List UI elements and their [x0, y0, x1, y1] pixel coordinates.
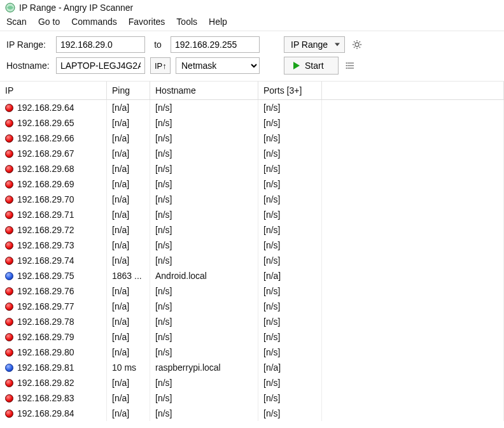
table-row[interactable]: 192.168.29.65[n/a][n/s][n/s]	[0, 115, 504, 131]
to-label: to	[150, 39, 165, 50]
cell-spacer	[322, 222, 504, 238]
table-row[interactable]: 192.168.29.73[n/a][n/s][n/s]	[0, 238, 504, 253]
status-dot-icon	[5, 165, 13, 173]
ip-cell: 192.168.29.69	[0, 176, 107, 192]
grid-body[interactable]: 192.168.29.64[n/a][n/s][n/s]192.168.29.6…	[0, 100, 504, 428]
status-dot-icon	[5, 394, 13, 403]
ip-cell: 192.168.29.79	[0, 329, 107, 345]
menu-scan[interactable]: Scan	[6, 17, 27, 27]
menu-help[interactable]: Help	[209, 17, 227, 27]
table-row[interactable]: 192.168.29.84[n/a][n/s][n/s]	[0, 406, 504, 421]
ip-up-button[interactable]: IP↑	[150, 57, 171, 74]
ip-value: 192.168.29.84	[17, 408, 74, 419]
table-row[interactable]: 192.168.29.74[n/a][n/s][n/s]	[0, 253, 504, 268]
menu-favorites[interactable]: Favorites	[129, 17, 165, 27]
netmask-combo[interactable]: Netmask	[176, 57, 260, 74]
ip-cell: 192.168.29.64	[0, 100, 107, 115]
table-row[interactable]: 192.168.29.80[n/a][n/s][n/s]	[0, 345, 504, 360]
table-row[interactable]: 192.168.29.82[n/a][n/s][n/s]	[0, 375, 504, 390]
start-button[interactable]: Start	[284, 57, 339, 75]
table-row[interactable]: 192.168.29.69[n/a][n/s][n/s]	[0, 176, 504, 192]
ip-value: 192.168.29.73	[17, 239, 74, 251]
menu-goto[interactable]: Go to	[38, 17, 60, 27]
hostname-input[interactable]	[56, 57, 145, 74]
cell-spacer	[322, 253, 504, 268]
status-dot-icon	[5, 180, 13, 189]
ports-value: [n/s]	[258, 161, 322, 176]
hostname-value: [n/s]	[150, 406, 258, 421]
hostname-label: Hostname:	[6, 61, 51, 71]
hostname-value: [n/s]	[150, 161, 258, 176]
ip-value: 192.168.29.68	[17, 163, 74, 175]
ip-value: 192.168.29.69	[17, 178, 74, 190]
table-row[interactable]: 192.168.29.68[n/a][n/s][n/s]	[0, 161, 504, 176]
table-row[interactable]: 192.168.29.77[n/a][n/s][n/s]	[0, 299, 504, 314]
hostname-value: [n/s]	[150, 253, 258, 268]
app-icon	[5, 3, 15, 13]
table-row[interactable]: 192.168.29.83[n/a][n/s][n/s]	[0, 390, 504, 406]
hostname-value: [n/s]	[150, 176, 258, 192]
ip-cell: 192.168.29.65	[0, 115, 107, 131]
ip-value: 192.168.29.64	[17, 102, 74, 113]
cell-spacer	[322, 192, 504, 207]
table-row[interactable]: 192.168.29.8110 msraspberrypi.local[n/a]	[0, 360, 504, 375]
table-row[interactable]: 192.168.29.71[n/a][n/s][n/s]	[0, 207, 504, 222]
ip-value: 192.168.29.75	[17, 270, 74, 282]
table-row[interactable]: 192.168.29.751863 ...Android.local[n/a]	[0, 268, 504, 283]
svg-point-1	[355, 43, 359, 46]
table-row[interactable]: 192.168.29.79[n/a][n/s][n/s]	[0, 329, 504, 345]
ports-value: [n/s]	[258, 207, 322, 222]
grid-header: IP Ping Hostname Ports [3+]	[0, 82, 504, 100]
col-ports[interactable]: Ports [3+]	[258, 82, 322, 99]
cell-spacer	[322, 207, 504, 222]
ip-cell: 192.168.29.75	[0, 268, 107, 283]
ip-cell: 192.168.29.76	[0, 283, 107, 299]
menu-tools[interactable]: Tools	[176, 17, 197, 27]
status-dot-icon	[5, 333, 13, 341]
ip-cell: 192.168.29.78	[0, 314, 107, 329]
ports-value: [n/s]	[258, 100, 322, 115]
hostname-value: raspberrypi.local	[150, 360, 258, 375]
hostname-value: [n/s]	[150, 100, 258, 115]
col-hostname[interactable]: Hostname	[150, 82, 258, 99]
ip-value: 192.168.29.71	[17, 209, 74, 220]
ping-value: [n/a]	[107, 314, 150, 329]
ports-value: [n/s]	[258, 131, 322, 146]
col-ping[interactable]: Ping	[107, 82, 150, 99]
col-ip[interactable]: IP	[0, 82, 107, 99]
menu-commands[interactable]: Commands	[71, 17, 117, 27]
cell-spacer	[322, 360, 504, 375]
ip-value: 192.168.29.80	[17, 346, 74, 358]
ip-value: 192.168.29.81	[17, 362, 74, 373]
ping-value: [n/a]	[107, 100, 150, 115]
ip-from-input[interactable]	[56, 36, 145, 53]
ip-value: 192.168.29.65	[17, 117, 74, 129]
cell-spacer	[322, 375, 504, 390]
start-label: Start	[305, 61, 324, 71]
ports-value: [n/s]	[258, 314, 322, 329]
hostname-value: Android.local	[150, 268, 258, 283]
ports-value: [n/s]	[258, 192, 322, 207]
table-row[interactable]: 192.168.29.72[n/a][n/s][n/s]	[0, 222, 504, 238]
hostname-value: [n/s]	[150, 207, 258, 222]
table-row[interactable]: 192.168.29.70[n/a][n/s][n/s]	[0, 192, 504, 207]
ip-cell: 192.168.29.74	[0, 253, 107, 268]
table-row[interactable]: 192.168.29.66[n/a][n/s][n/s]	[0, 131, 504, 146]
ip-cell: 192.168.29.81	[0, 360, 107, 375]
svg-point-14	[346, 65, 347, 66]
table-row[interactable]: 192.168.29.67[n/a][n/s][n/s]	[0, 146, 504, 161]
ping-value: [n/a]	[107, 299, 150, 314]
table-row[interactable]: 192.168.29.78[n/a][n/s][n/s]	[0, 314, 504, 329]
ping-value: 10 ms	[107, 360, 150, 375]
table-row[interactable]: 192.168.29.76[n/a][n/s][n/s]	[0, 283, 504, 299]
table-row[interactable]: 192.168.29.64[n/a][n/s][n/s]	[0, 100, 504, 115]
list-icon[interactable]	[344, 59, 358, 73]
ip-to-input[interactable]	[171, 36, 260, 53]
range-mode-combo[interactable]: IP Range	[284, 36, 345, 53]
gear-icon[interactable]	[350, 38, 364, 52]
hostname-value: [n/s]	[150, 299, 258, 314]
svg-point-15	[346, 68, 347, 69]
ping-value: [n/a]	[107, 375, 150, 390]
ip-cell: 192.168.29.71	[0, 207, 107, 222]
window-title: IP Range - Angry IP Scanner	[19, 3, 133, 13]
